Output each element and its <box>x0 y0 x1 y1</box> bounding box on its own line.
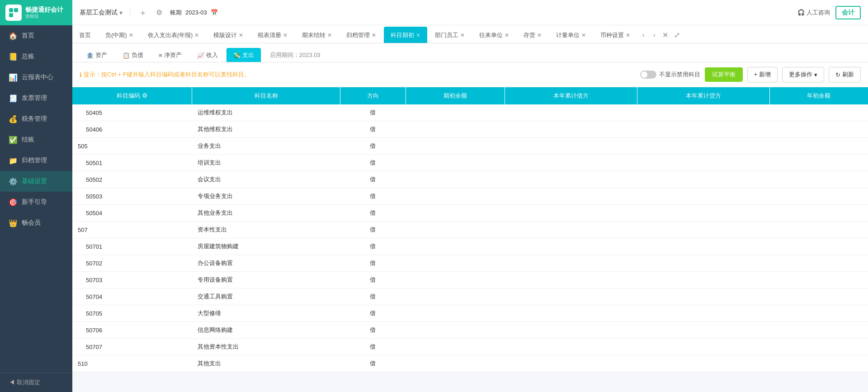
tab-close-inventory[interactable]: ✕ <box>537 32 542 38</box>
tab-period-end[interactable]: 期末结转✕ <box>295 27 339 43</box>
subject-val-6 <box>769 238 868 255</box>
table-row[interactable]: 505业务支出借 <box>72 138 868 155</box>
sidebar-item-label: 税务管理 <box>22 115 47 123</box>
table-row[interactable]: 50705大型修缮借 <box>72 305 868 322</box>
sidebar-item-guide[interactable]: 🎯新手引导 <box>0 192 72 213</box>
table-row[interactable]: 50501培训支出借 <box>72 155 868 171</box>
sidebar-item-tax[interactable]: 💰税务管理 <box>0 109 72 129</box>
sidebar-collapse-btn[interactable]: ◀ 取消固定 <box>0 373 72 392</box>
sidebar-item-ledger[interactable]: 📒总账 <box>0 46 72 67</box>
subject-dir: 借 <box>340 222 406 238</box>
add-workspace-button[interactable]: ＋ <box>137 7 148 18</box>
subtab-asset[interactable]: 🏦资产 <box>80 48 114 62</box>
period-display: 账期 2023-03 📅 <box>170 9 218 17</box>
subject-dir: 借 <box>340 288 406 305</box>
subjects-table: 科目编码 ⚙科目名称方向期初余额本年累计借方本年累计贷方年初余额 50405运维… <box>72 87 868 372</box>
tab-currency[interactable]: 币种设置✕ <box>594 27 637 43</box>
invoice-icon: 🧾 <box>9 94 17 102</box>
subtab-income[interactable]: 📈收入 <box>190 48 225 62</box>
sidebar-item-member[interactable]: 👑畅会员 <box>0 213 72 233</box>
table-row[interactable]: 507资本性支出借 <box>72 222 868 238</box>
archive-icon: 📁 <box>9 156 17 165</box>
col-header-3: 期初余额 <box>406 87 505 104</box>
sidebar-item-archive[interactable]: 📁归档管理 <box>0 150 72 171</box>
subject-val-3 <box>406 322 505 339</box>
subtab-label: 资产 <box>95 51 107 59</box>
table-row[interactable]: 50702办公设备购置借 <box>72 255 868 272</box>
col-header-0: 科目编码 ⚙ <box>72 87 192 104</box>
table-row[interactable]: 50406其他维权支出借 <box>72 121 868 138</box>
table-row[interactable]: 50502会议支出借 <box>72 171 868 188</box>
subject-name: 其他维权支出 <box>192 121 340 138</box>
tab-tax-clear[interactable]: 税表清册✕ <box>251 27 294 43</box>
tab-archive-mgr[interactable]: 归档管理✕ <box>340 27 383 43</box>
chevron-down-icon[interactable]: ▾ <box>119 9 123 16</box>
sidebar-item-reports[interactable]: 📊云报表中心 <box>0 67 72 88</box>
subject-dir: 借 <box>340 205 406 222</box>
tab-inventory[interactable]: 存货✕ <box>517 27 548 43</box>
tab-close-archive-mgr[interactable]: ✕ <box>372 32 376 38</box>
sidebar-item-invoice[interactable]: 🧾发票管理 <box>0 88 72 109</box>
calendar-icon[interactable]: 📅 <box>211 9 218 16</box>
info-icon: ℹ <box>80 71 82 78</box>
tab-close-unit[interactable]: ✕ <box>581 32 586 38</box>
account-button[interactable]: 会计 <box>835 6 861 19</box>
table-row[interactable]: 510其他支出借 <box>72 355 868 372</box>
tab-close-bs-mid[interactable]: ✕ <box>129 32 133 38</box>
subject-val-6 <box>769 121 868 138</box>
tab-template[interactable]: 模版设计✕ <box>207 27 250 43</box>
subtab-net-asset[interactable]: ≡净资产 <box>152 48 189 62</box>
sidebar-item-label: 基础设置 <box>22 177 47 185</box>
tab-dept-staff[interactable]: 部门员工✕ <box>428 27 472 43</box>
tab-close-counterpart[interactable]: ✕ <box>505 32 509 38</box>
tab-expand[interactable]: ⤢ <box>670 27 683 43</box>
add-subject-button[interactable]: + 新增 <box>747 67 778 82</box>
table-row[interactable]: 50704交通工具购置借 <box>72 288 868 305</box>
org-name[interactable]: 基层工会测试 ▾ <box>80 9 123 17</box>
subject-val-3 <box>406 121 505 138</box>
sidebar-item-settle[interactable]: ✅结账 <box>0 129 72 150</box>
tab-close-currency[interactable]: ✕ <box>626 32 630 38</box>
tab-close-subject-init[interactable]: ✕ <box>416 32 420 38</box>
table-row[interactable]: 50701房屋建筑物购建借 <box>72 238 868 255</box>
tab-close-dept-staff[interactable]: ✕ <box>460 32 465 38</box>
col-settings-icon[interactable]: ⚙ <box>142 92 148 99</box>
subject-val-3 <box>406 138 505 155</box>
tab-counterpart[interactable]: 往来单位✕ <box>472 27 516 43</box>
workspace-settings-button[interactable]: ⚙ <box>154 7 165 18</box>
table-row[interactable]: 50707其他资本性支出借 <box>72 339 868 355</box>
subtab-expense[interactable]: 💸支出 <box>226 48 261 62</box>
table-row[interactable]: 50504其他业务支出借 <box>72 205 868 222</box>
tab-close-all[interactable]: ✕ <box>660 27 670 43</box>
calc-balance-button[interactable]: 试算平衡 <box>705 67 743 82</box>
tab-home[interactable]: 首页 <box>72 27 98 43</box>
table-row[interactable]: 50706信息网络购建借 <box>72 322 868 339</box>
tab-nav-right[interactable]: › <box>649 27 660 43</box>
subject-val-3 <box>406 222 505 238</box>
refresh-button[interactable]: ↻ 刷新 <box>829 67 861 82</box>
tab-close-template[interactable]: ✕ <box>239 32 243 38</box>
subtab-liability[interactable]: 📋负债 <box>116 48 150 62</box>
subject-name: 专项业务支出 <box>192 188 340 205</box>
sidebar-item-settings[interactable]: ⚙️基础设置 <box>0 171 72 192</box>
support-button[interactable]: 🎧 人工咨询 <box>797 9 830 17</box>
more-actions-button[interactable]: 更多操作 ▾ <box>782 67 824 82</box>
tab-unit[interactable]: 计量单位✕ <box>549 27 593 43</box>
sidebar-item-home[interactable]: 🏠首页 <box>0 25 72 46</box>
tab-subject-init[interactable]: 科目期初✕ <box>384 27 427 43</box>
tab-close-tax-clear[interactable]: ✕ <box>283 32 288 38</box>
subject-val-4 <box>505 171 637 188</box>
subject-val-5 <box>637 155 769 171</box>
app-logo-icon <box>5 5 22 21</box>
tab-close-period-end[interactable]: ✕ <box>327 32 332 38</box>
table-row[interactable]: 50503专项业务支出借 <box>72 188 868 205</box>
tab-income-annual[interactable]: 收入支出表(年报)✕ <box>141 27 206 43</box>
table-row[interactable]: 50405运维维权支出借 <box>72 104 868 121</box>
subject-val-4 <box>505 288 637 305</box>
tab-close-income-annual[interactable]: ✕ <box>194 32 199 38</box>
table-row[interactable]: 50703专用设备购置借 <box>72 272 868 288</box>
tab-bs-mid[interactable]: 负(中期)✕ <box>99 27 140 43</box>
tab-nav-left[interactable]: ‹ <box>638 27 649 43</box>
toggle-switch[interactable] <box>640 71 656 79</box>
subject-val-5 <box>637 238 769 255</box>
